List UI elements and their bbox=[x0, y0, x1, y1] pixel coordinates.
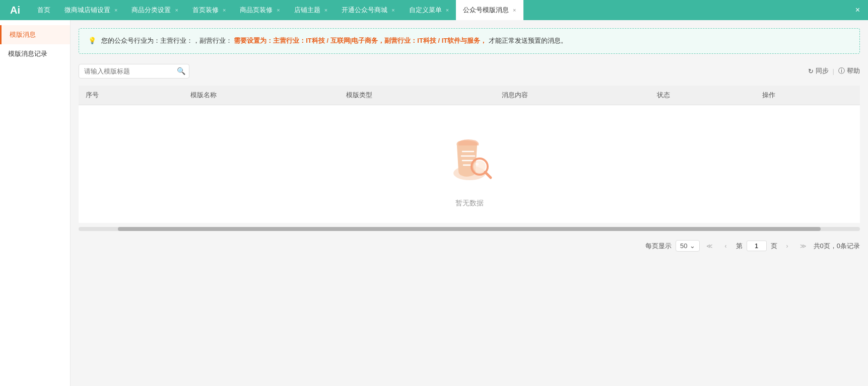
horizontal-scrollbar[interactable] bbox=[79, 227, 860, 231]
tab-home[interactable]: 首页 bbox=[30, 0, 57, 20]
tab-bar: 首页微商城店铺设置×商品分类设置×首页装修×商品页装修×店铺主题×开通公众号商城… bbox=[30, 0, 847, 20]
empty-state: 暂无数据 bbox=[79, 105, 860, 223]
svg-point-6 bbox=[474, 161, 486, 173]
page-size-label: 每页显示 bbox=[645, 242, 672, 251]
divider: | bbox=[833, 67, 834, 75]
tab-close-shop-theme[interactable]: × bbox=[324, 7, 327, 13]
content-area: 💡 您的公众号行业为：主营行业：，副营行业： 需要设置为：主营行业：IT科技 /… bbox=[71, 20, 868, 386]
tab-close-template-msg[interactable]: × bbox=[513, 7, 516, 13]
logo: Ai bbox=[0, 0, 30, 20]
col-header-seq: 序号 bbox=[79, 86, 183, 105]
sidebar-item-template-msg-record[interactable]: 模版消息记录 bbox=[0, 44, 70, 63]
prev-page-button[interactable]: ‹ bbox=[720, 240, 732, 252]
tab-close-open-mall[interactable]: × bbox=[391, 7, 394, 13]
scrollbar-thumb[interactable] bbox=[118, 227, 821, 231]
main-layout: 模版消息模版消息记录 💡 您的公众号行业为：主营行业：，副营行业： 需要设置为：… bbox=[0, 20, 868, 386]
empty-illustration bbox=[439, 130, 500, 191]
tab-category-setting[interactable]: 商品分类设置× bbox=[124, 0, 185, 20]
logo-text: Ai bbox=[10, 5, 20, 16]
help-label: 帮助 bbox=[847, 66, 860, 75]
page-number-input[interactable] bbox=[747, 241, 767, 251]
search-bar: 🔍 ↻ 同步 | ⓘ 帮助 bbox=[79, 64, 860, 79]
top-nav: Ai 首页微商城店铺设置×商品分类设置×首页装修×商品页装修×店铺主题×开通公众… bbox=[0, 0, 868, 20]
table-body: 暂无数据 bbox=[79, 105, 860, 223]
page-suffix: 页 bbox=[771, 242, 777, 251]
col-header-type: 模版类型 bbox=[339, 86, 495, 105]
tab-open-mall[interactable]: 开通公众号商城× bbox=[335, 0, 402, 20]
sync-icon: ↻ bbox=[808, 67, 814, 75]
sidebar-item-template-msg[interactable]: 模版消息 bbox=[0, 25, 70, 44]
scrollbar-track bbox=[79, 227, 860, 231]
pagination: 每页显示 50 ⌄ ≪ ‹ 第 页 › ≫ 共0页，0条记录 bbox=[79, 235, 860, 254]
tab-close-product-decor[interactable]: × bbox=[277, 7, 280, 13]
help-icon: ⓘ bbox=[838, 66, 845, 75]
tab-close-category-setting[interactable]: × bbox=[175, 7, 178, 13]
help-button[interactable]: ⓘ 帮助 bbox=[838, 66, 860, 75]
notice-prefix: 您的公众号行业为：主营行业：，副营行业： bbox=[101, 37, 232, 44]
page-size-value: 50 bbox=[680, 242, 687, 250]
search-input-wrap: 🔍 bbox=[79, 64, 189, 79]
search-input[interactable] bbox=[79, 64, 189, 79]
bulb-icon: 💡 bbox=[88, 37, 96, 44]
svg-point-8 bbox=[476, 163, 479, 166]
col-header-status: 状态 bbox=[650, 86, 755, 105]
data-table: 序号模版名称模版类型消息内容状态操作 bbox=[79, 86, 860, 223]
tab-close-custom-menu[interactable]: × bbox=[446, 7, 449, 13]
tab-close-home-decor[interactable]: × bbox=[223, 7, 226, 13]
col-header-name: 模版名称 bbox=[183, 86, 339, 105]
empty-row: 暂无数据 bbox=[79, 105, 860, 223]
tab-shop-setting[interactable]: 微商城店铺设置× bbox=[57, 0, 124, 20]
tab-shop-theme[interactable]: 店铺主题× bbox=[287, 0, 335, 20]
sidebar: 模版消息模版消息记录 bbox=[0, 20, 71, 386]
tab-home-decor[interactable]: 首页装修× bbox=[185, 0, 233, 20]
tab-product-decor[interactable]: 商品页装修× bbox=[233, 0, 287, 20]
col-header-action: 操作 bbox=[755, 86, 860, 105]
tab-custom-menu[interactable]: 自定义菜单× bbox=[402, 0, 456, 20]
search-icon[interactable]: 🔍 bbox=[177, 67, 185, 75]
search-bar-left: 🔍 bbox=[79, 64, 189, 79]
next-page-button[interactable]: › bbox=[781, 240, 793, 252]
first-page-button[interactable]: ≪ bbox=[704, 240, 716, 252]
col-header-content: 消息内容 bbox=[495, 86, 650, 105]
last-page-button[interactable]: ≫ bbox=[797, 240, 810, 252]
notice-highlight: 需要设置为：主营行业：IT科技 / 互联网|电子商务，副营行业：IT科技 / I… bbox=[234, 37, 487, 44]
svg-line-7 bbox=[485, 172, 491, 178]
notice-box: 💡 您的公众号行业为：主营行业：，副营行业： 需要设置为：主营行业：IT科技 /… bbox=[79, 28, 860, 54]
empty-text: 暂无数据 bbox=[455, 199, 484, 208]
page-label: 第 bbox=[736, 242, 743, 251]
notice-suffix: 才能正常发送预置的消息。 bbox=[489, 37, 567, 44]
table-header-row: 序号模版名称模版类型消息内容状态操作 bbox=[79, 86, 860, 105]
global-close-button[interactable]: × bbox=[847, 0, 868, 20]
page-size-select[interactable]: 50 ⌄ bbox=[676, 240, 699, 252]
page-size-chevron-icon: ⌄ bbox=[690, 242, 695, 250]
tab-close-shop-setting[interactable]: × bbox=[114, 7, 117, 13]
total-info: 共0页，0条记录 bbox=[814, 242, 860, 251]
sync-label: 同步 bbox=[816, 66, 829, 75]
tab-template-msg[interactable]: 公众号模版消息× bbox=[456, 0, 523, 20]
sync-button[interactable]: ↻ 同步 bbox=[808, 66, 829, 75]
search-bar-right: ↻ 同步 | ⓘ 帮助 bbox=[808, 66, 860, 75]
table-header: 序号模版名称模版类型消息内容状态操作 bbox=[79, 86, 860, 105]
